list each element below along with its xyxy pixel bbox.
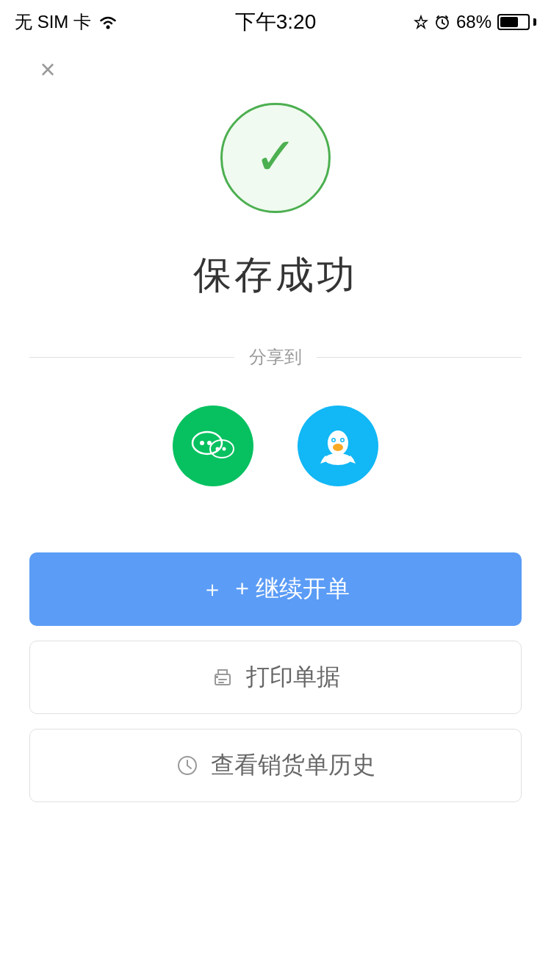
svg-point-12	[328, 430, 348, 455]
continue-order-label: + 继续开单	[235, 573, 350, 605]
status-bar: 无 SIM 卡 下午3:20 68%	[0, 0, 551, 44]
svg-point-15	[332, 439, 334, 441]
svg-line-5	[446, 16, 447, 18]
qq-share-button[interactable]	[298, 406, 378, 486]
print-label: 打印单据	[246, 661, 340, 693]
svg-point-16	[341, 439, 343, 441]
history-label: 查看销货单历史	[211, 749, 375, 782]
svg-line-3	[442, 23, 444, 24]
svg-rect-21	[218, 682, 224, 683]
share-line-left	[29, 357, 234, 358]
success-title: 保存成功	[193, 250, 358, 301]
print-icon	[211, 666, 234, 689]
wifi-icon	[97, 14, 119, 30]
status-time: 下午3:20	[235, 8, 317, 36]
svg-point-7	[200, 441, 204, 445]
checkmark-icon: ✓	[254, 131, 298, 182]
svg-point-10	[215, 447, 219, 450]
alarm-icon	[434, 14, 450, 30]
svg-rect-20	[218, 679, 227, 680]
share-icons-row	[173, 406, 378, 486]
share-line-right	[317, 357, 522, 358]
battery-percent: 68%	[456, 12, 491, 32]
svg-point-17	[325, 453, 351, 465]
svg-point-18	[333, 444, 343, 451]
svg-line-25	[187, 765, 191, 768]
main-content: ✓ 保存成功 分享到	[0, 44, 551, 802]
location-icon	[414, 15, 428, 29]
continue-order-button[interactable]: ＋ + 继续开单	[29, 552, 522, 626]
status-right: 68%	[414, 12, 536, 32]
svg-rect-22	[215, 676, 218, 678]
history-icon	[176, 754, 199, 777]
wechat-share-button[interactable]	[173, 406, 253, 486]
share-label: 分享到	[249, 345, 302, 369]
close-button[interactable]: ×	[29, 51, 66, 88]
success-section: ✓ 保存成功	[193, 103, 358, 301]
plus-icon: ＋	[201, 574, 223, 605]
print-button[interactable]: 打印单据	[29, 641, 522, 714]
svg-line-4	[437, 16, 439, 18]
share-section: 分享到	[29, 345, 522, 486]
wechat-icon	[190, 422, 237, 470]
svg-point-0	[107, 26, 110, 29]
actions-section: ＋ + 继续开单 打印单据	[29, 552, 522, 802]
qq-icon	[314, 422, 362, 470]
history-button[interactable]: 查看销货单历史	[29, 729, 522, 802]
success-circle: ✓	[220, 103, 331, 213]
svg-point-11	[222, 447, 226, 450]
share-divider: 分享到	[29, 345, 522, 369]
battery-icon	[497, 14, 536, 30]
status-carrier: 无 SIM 卡	[15, 10, 119, 34]
